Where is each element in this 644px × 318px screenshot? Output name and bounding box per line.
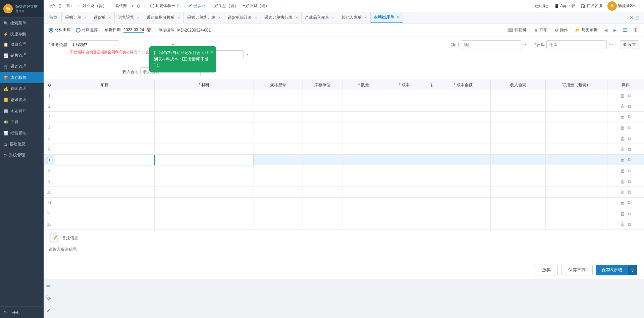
copy-icon-3[interactable]: ⧉ (627, 113, 632, 120)
biz-type-select[interactable]: 工程领料 直接领料 (69, 40, 119, 49)
cell-cost-amount-4[interactable] (436, 122, 491, 133)
cell-income-contract-5[interactable] (491, 133, 546, 144)
copy-icon-4[interactable]: ⧉ (627, 124, 632, 131)
tab-other-in[interactable]: 其他入库单 ✕ (338, 12, 371, 23)
cell-spec-5[interactable] (254, 133, 303, 144)
topbar-link-more[interactable]: + … (272, 3, 282, 9)
topbar-link-haoshengyi[interactable]: 好生意（普） (49, 2, 75, 9)
tab-close-purchase-exec[interactable]: ✕ (295, 16, 298, 19)
cell-unit-2[interactable] (303, 101, 342, 112)
inline-input-project-7[interactable] (57, 158, 152, 162)
cell-cost-amount-3[interactable] (436, 112, 491, 122)
warehouse-input[interactable] (546, 40, 607, 49)
view-toggle-card[interactable]: ⊞ (632, 26, 639, 34)
cell-project-3[interactable] (55, 112, 155, 122)
copy-icon-6[interactable]: ⧉ (627, 146, 632, 153)
tab-close-purchase-order[interactable]: ✕ (84, 16, 87, 19)
agent-ellipsis[interactable]: … (245, 50, 250, 56)
cell-income-contract-6[interactable] (491, 144, 546, 155)
sidebar-item-system[interactable]: ⚙ 系统管理 (0, 150, 44, 161)
gear-icon[interactable]: ⚙ (48, 83, 51, 88)
tab-close-product-in[interactable]: ✕ (332, 16, 334, 19)
settings-gear-icon[interactable]: ⚙ (3, 310, 7, 315)
cell-project-7[interactable] (55, 155, 155, 165)
copy-icon-5[interactable]: ⧉ (627, 135, 632, 142)
cell-spec-1[interactable] (254, 90, 303, 101)
tab-close-purchase-return[interactable]: ✕ (137, 16, 140, 19)
tab-purchase-exec[interactable]: 采购订单执行表 ✕ (261, 12, 302, 23)
date-value[interactable]: 2023-03-24 (123, 28, 144, 33)
delete-icon-9[interactable]: 🗑 (620, 178, 626, 185)
cell-material-6[interactable] (154, 144, 254, 155)
tab-close-purchase-expense[interactable]: ✕ (177, 16, 180, 19)
cell-unit-3[interactable] (303, 112, 342, 122)
view-toggle-list[interactable]: ☰ (621, 26, 629, 34)
tab-purchase-in-stat[interactable]: 进货单统计表 ✕ (224, 12, 261, 23)
notes-textarea[interactable] (49, 245, 639, 258)
delete-icon-1[interactable]: 🗑 (620, 92, 626, 99)
tab-close-material-out[interactable]: ✕ (397, 15, 399, 19)
cell-cost-amount-2[interactable] (436, 101, 491, 112)
cell-unit-7[interactable] (303, 155, 342, 165)
delete-icon-6[interactable]: 🗑 (620, 146, 626, 153)
cell-qty-1[interactable] (342, 90, 385, 101)
cell-spec-6[interactable] (254, 144, 303, 155)
save-new-btn[interactable]: 保存&新增 (596, 265, 628, 275)
cell-8[interactable] (55, 165, 155, 176)
delete-icon-4[interactable]: 🗑 (620, 124, 626, 131)
tab-close-purchase-order-stat[interactable]: ✕ (218, 16, 221, 19)
calendar-icon[interactable]: 📅 (147, 28, 152, 33)
copy-icon-7[interactable]: ⧉ (627, 156, 632, 163)
cell-material-5[interactable] (154, 133, 254, 144)
cell-material-4[interactable] (154, 122, 254, 133)
topbar-dropdown-arrow[interactable]: ▾ (130, 3, 135, 9)
sidebar-item-ledger[interactable]: 📒 总账管理 (0, 94, 44, 105)
topbar-user[interactable]: 畅 畅捷通8&… (607, 1, 639, 11)
cell-income-contract-2[interactable] (491, 101, 546, 112)
copy-icon-9[interactable]: ⧉ (627, 178, 632, 185)
cell-qty-2[interactable] (342, 101, 385, 112)
cell-spec-7[interactable] (254, 155, 303, 165)
save-new-arrow-btn[interactable]: ∨ (628, 265, 637, 275)
radio-material-return[interactable]: 材料退库 (76, 27, 98, 33)
cell-qty-6[interactable] (342, 144, 385, 155)
cell-cost-amount-1[interactable] (436, 90, 491, 101)
tab-purchase-order-stat[interactable]: 采购订单统计表 ✕ (184, 12, 224, 23)
project-input[interactable] (461, 40, 521, 49)
delete-icon-8[interactable]: 🗑 (620, 167, 626, 174)
tab-close-other-in[interactable]: ✕ (364, 16, 367, 19)
operation-btn[interactable]: ⚙ 操作 (553, 26, 570, 34)
topbar-link-haoyecai[interactable]: 好业财（普） (81, 2, 108, 9)
cell-cost-amount-5[interactable] (436, 133, 491, 144)
cell-qty-3[interactable] (342, 112, 385, 122)
copy-icon-12[interactable]: ⧉ (627, 210, 632, 217)
warehouse-ellipsis[interactable]: … (608, 40, 613, 46)
copy-icon-11[interactable]: ⧉ (627, 199, 632, 206)
cell-qty-7[interactable] (342, 155, 385, 165)
sidebar-item-shortcut[interactable]: ⚡ 快捷导航 (0, 29, 44, 39)
cell-qty-4[interactable] (342, 122, 385, 133)
sidebar-item-operations[interactable]: 📊 经营管理 (0, 127, 44, 139)
sidebar-item-purchase[interactable]: 🛒 采购管理 (0, 61, 44, 72)
cell-spec-3[interactable] (254, 112, 303, 122)
sidebar-item-payroll[interactable]: 💵 工资 (0, 116, 44, 127)
cell-project-1[interactable] (55, 90, 155, 101)
save-draft-btn[interactable]: 保存草稿 (561, 265, 593, 275)
delete-icon-13[interactable]: 🗑 (620, 221, 626, 228)
right-panel-check-icon[interactable]: ✔ (45, 306, 52, 315)
th-gear[interactable]: ⚙ (44, 80, 55, 90)
add-row-btn[interactable]: + (46, 157, 53, 163)
cell-cost-price-7[interactable] (385, 155, 428, 165)
tab-material-out[interactable]: 材料出库单 ✕ (371, 12, 403, 23)
cell-unit-4[interactable] (303, 122, 342, 133)
print-btn[interactable]: 🖨 打印 (532, 26, 549, 34)
topbar-app-download[interactable]: 📱 App下载 (554, 3, 575, 9)
inline-input-material-7[interactable] (157, 158, 252, 162)
sidebar-item-fixed-assets[interactable]: 🏢 固定资产 (0, 105, 44, 116)
topbar-link-good[interactable]: 好生意（普） (213, 2, 240, 9)
copy-icon-2[interactable]: ⧉ (627, 103, 632, 110)
cell-cost-price-1[interactable] (385, 90, 428, 101)
tab-close-purchase-in[interactable]: ✕ (108, 16, 111, 19)
cell-income-contract-4[interactable] (491, 122, 546, 133)
delete-icon-12[interactable]: 🗑 (620, 210, 626, 217)
